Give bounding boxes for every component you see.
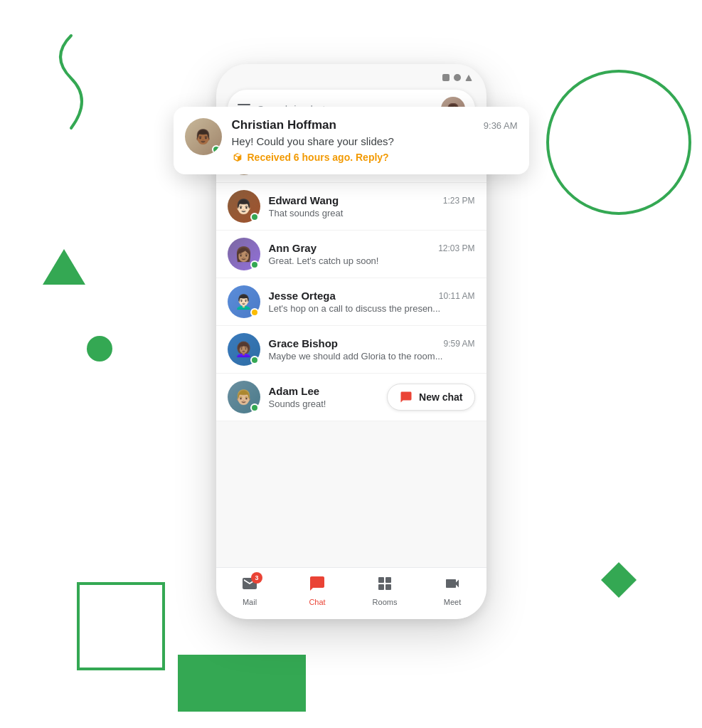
phone-scene: 👨🏾 Christian Hoffman 9:36 AM Hey! Could … <box>188 21 515 676</box>
avatar-wrap: 👨🏼 <box>228 381 260 413</box>
message-time: 1:23 PM <box>443 196 475 206</box>
chat-item-content: Jesse Ortega 10:11 AM Let's hop on a cal… <box>269 290 475 314</box>
message-preview: Maybe we should add Gloria to the room..… <box>269 351 475 362</box>
chat-list: 👨🏾 Christian Hoffman 9:36 AM Awesome, th… <box>216 135 486 421</box>
svg-point-2 <box>87 336 112 362</box>
contact-name: Ann Gray <box>269 242 317 254</box>
nav-item-mail[interactable]: 3 Mail <box>216 575 284 606</box>
status-bar <box>216 64 486 85</box>
nav-label: Meet <box>444 598 461 606</box>
nav-icon-wrap <box>309 575 326 595</box>
contact-name: Jesse Ortega <box>269 290 336 302</box>
status-triangle-icon <box>465 75 472 81</box>
svg-rect-6 <box>378 577 384 583</box>
avatar-wrap: 👨🏻‍🦱 <box>228 285 260 318</box>
svg-rect-8 <box>378 584 384 590</box>
nav-label: Chat <box>309 598 325 606</box>
notification-message: Hey! Could you share your slides? <box>232 135 518 147</box>
chat-list-item[interactable]: 👩🏽 Ann Gray 12:03 PM Great. Let's catch … <box>216 231 486 278</box>
message-preview: Sounds great! <box>269 399 379 409</box>
online-status-dot <box>250 356 259 364</box>
svg-marker-5 <box>601 562 637 598</box>
notification-card[interactable]: 👨🏾 Christian Hoffman 9:36 AM Hey! Could … <box>174 107 529 174</box>
nav-icon-wrap <box>444 575 461 595</box>
chat-list-item[interactable]: 👨🏻 Edward Wang 1:23 PM That sounds great <box>216 183 486 231</box>
notification-time: 9:36 AM <box>484 120 518 131</box>
contact-name: Adam Lee <box>269 385 320 397</box>
chat-list-item[interactable]: 👨🏻‍🦱 Jesse Ortega 10:11 AM Let's hop on … <box>216 278 486 326</box>
online-status-dot <box>250 308 259 317</box>
svg-rect-7 <box>385 577 391 583</box>
svg-point-0 <box>548 71 690 213</box>
notification-avatar: 👨🏾 <box>185 118 222 155</box>
online-status-dot <box>250 213 259 221</box>
new-chat-label: New chat <box>419 391 462 403</box>
message-preview: Great. Let's catch up soon! <box>269 255 475 266</box>
message-time: 10:11 AM <box>439 291 475 301</box>
nav-item-chat[interactable]: Chat <box>284 575 351 606</box>
status-circle-icon <box>454 74 461 81</box>
svg-rect-9 <box>385 584 391 590</box>
svg-rect-3 <box>78 584 164 669</box>
notification-content: Christian Hoffman 9:36 AM Hey! Could you… <box>232 118 518 163</box>
avatar-wrap: 👨🏻 <box>228 190 260 223</box>
nav-item-rooms[interactable]: Rooms <box>351 575 419 606</box>
chat-item-content: Adam Lee Sounds great! <box>269 385 379 409</box>
avatar-wrap: 👩🏽‍🦱 <box>228 333 260 366</box>
chat-item-content: Grace Bishop 9:59 AM Maybe we should add… <box>269 337 475 362</box>
nav-badge: 3 <box>251 572 262 584</box>
contact-name: Edward Wang <box>269 194 339 206</box>
message-time: 12:03 PM <box>438 243 474 253</box>
nav-label: Rooms <box>373 598 398 606</box>
chat-item-content: Edward Wang 1:23 PM That sounds great <box>269 194 475 218</box>
nav-label: Mail <box>243 598 257 606</box>
chat-item-content: Ann Gray 12:03 PM Great. Let's catch up … <box>269 242 475 266</box>
nav-icon-wrap <box>376 575 393 595</box>
status-square-icon <box>442 74 450 81</box>
message-preview: Let's hop on a call to discuss the prese… <box>269 303 475 314</box>
nav-icon-wrap: 3 <box>241 575 258 595</box>
message-preview: That sounds great <box>269 208 475 218</box>
online-status-dot <box>250 260 259 269</box>
avatar-wrap: 👩🏽 <box>228 238 260 270</box>
notification-reply-prompt[interactable]: Received 6 hours ago. Reply? <box>232 152 518 163</box>
contact-name: Grace Bishop <box>269 337 339 349</box>
bottom-navigation: 3 Mail Chat Rooms Meet <box>216 567 486 619</box>
new-chat-icon <box>399 390 413 404</box>
new-chat-button[interactable]: New chat <box>387 384 474 411</box>
svg-marker-1 <box>43 249 85 285</box>
chat-list-item[interactable]: 👨🏼 Adam Lee Sounds great! New chat <box>216 374 486 421</box>
notification-sender-name: Christian Hoffman <box>232 118 336 132</box>
online-status-dot <box>250 403 259 412</box>
message-time: 9:59 AM <box>443 339 474 349</box>
nav-item-meet[interactable]: Meet <box>419 575 486 606</box>
chat-list-item[interactable]: 👩🏽‍🦱 Grace Bishop 9:59 AM Maybe we shoul… <box>216 326 486 374</box>
